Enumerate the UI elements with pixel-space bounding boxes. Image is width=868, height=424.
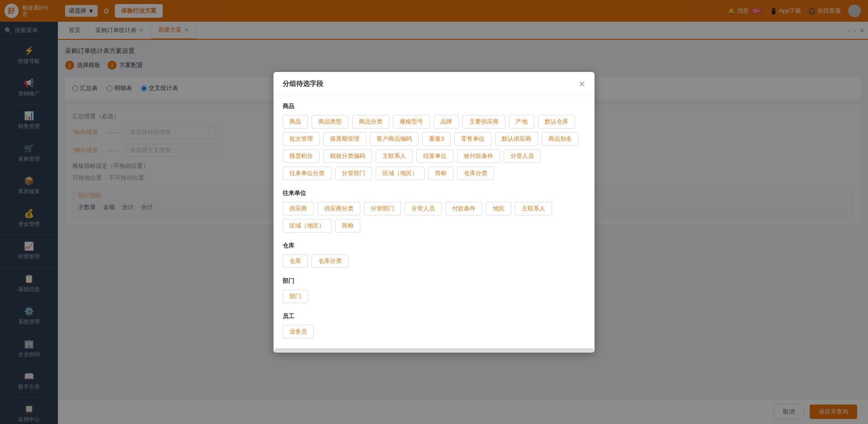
field-tag-品牌[interactable]: 品牌 xyxy=(434,115,459,129)
field-tag-拣货积分[interactable]: 拣货积分 xyxy=(283,149,320,163)
field-tag-区域（地区）[interactable]: 区域（地区） xyxy=(283,219,331,233)
section-employee-title: 员工 xyxy=(283,312,585,320)
field-tag-分管部门[interactable]: 分管部门 xyxy=(335,167,372,180)
field-tag-批次管理[interactable]: 批次管理 xyxy=(283,132,320,146)
modal-footer-scrollbar[interactable] xyxy=(274,348,594,353)
field-tag-默认供应商[interactable]: 默认供应商 xyxy=(495,132,538,146)
field-tag-主联系人[interactable]: 主联系人 xyxy=(376,149,413,163)
field-tag-部门[interactable]: 部门 xyxy=(283,290,308,303)
field-tag-分管部门[interactable]: 分管部门 xyxy=(364,202,401,215)
modal-dialog: 分组待选字段 ✕ 商品 商品商品类型商品分类规格型号品牌主要供应商产地默认仓库批… xyxy=(274,72,594,353)
field-tag-规格型号[interactable]: 规格型号 xyxy=(393,115,430,129)
modal-overlay: 分组待选字段 ✕ 商品 商品商品类型商品分类规格型号品牌主要供应商产地默认仓库批… xyxy=(0,0,868,424)
section-counterpart: 往来单位 供应商供应商分类分管部门分管人员付款条件地区主联系人区域（地区）简称 xyxy=(283,189,585,233)
field-tag-仓库分类[interactable]: 仓库分类 xyxy=(457,167,494,180)
field-tag-结算单位[interactable]: 结算单位 xyxy=(416,149,453,163)
field-tag-客户商品编码[interactable]: 客户商品编码 xyxy=(370,132,419,146)
modal-body[interactable]: 商品 商品商品类型商品分类规格型号品牌主要供应商产地默认仓库批次管理保质期管理客… xyxy=(274,95,594,348)
field-tag-往来单位分类[interactable]: 往来单位分类 xyxy=(283,167,331,180)
field-tag-仓库分类[interactable]: 仓库分类 xyxy=(311,254,349,268)
section-warehouse-title: 仓库 xyxy=(283,242,585,250)
section-employee-fields: 业务员 xyxy=(283,325,585,338)
section-department-title: 部门 xyxy=(283,277,585,285)
section-department: 部门 部门 xyxy=(283,277,585,303)
section-department-fields: 部门 xyxy=(283,290,585,303)
field-tag-分管人员[interactable]: 分管人员 xyxy=(405,202,442,215)
field-tag-业务员[interactable]: 业务员 xyxy=(283,325,314,338)
field-tag-商品[interactable]: 商品 xyxy=(283,115,308,129)
modal-header: 分组待选字段 ✕ xyxy=(274,72,594,95)
section-counterpart-fields: 供应商供应商分类分管部门分管人员付款条件地区主联系人区域（地区）简称 xyxy=(283,202,585,233)
field-tag-主要供应商[interactable]: 主要供应商 xyxy=(462,115,505,129)
section-product-title: 商品 xyxy=(283,102,585,110)
horizontal-scrollbar-thumb[interactable] xyxy=(274,348,594,352)
section-warehouse-fields: 仓库仓库分类 xyxy=(283,254,585,268)
field-tag-税收分类编码[interactable]: 税收分类编码 xyxy=(323,149,372,163)
field-tag-区域（地区）[interactable]: 区域（地区） xyxy=(376,167,425,180)
field-tag-产地[interactable]: 产地 xyxy=(509,115,534,129)
field-tag-简称[interactable]: 简称 xyxy=(335,219,360,233)
field-tag-零售单位[interactable]: 零售单位 xyxy=(454,132,491,146)
section-counterpart-title: 往来单位 xyxy=(283,189,585,197)
field-tag-商品别名[interactable]: 商品别名 xyxy=(542,132,579,146)
field-tag-主联系人[interactable]: 主联系人 xyxy=(515,202,552,215)
field-tag-商品分类[interactable]: 商品分类 xyxy=(352,115,389,129)
modal-close-icon[interactable]: ✕ xyxy=(579,79,585,89)
section-product-fields: 商品商品类型商品分类规格型号品牌主要供应商产地默认仓库批次管理保质期管理客户商品… xyxy=(283,115,585,180)
field-tag-默认仓库[interactable]: 默认仓库 xyxy=(538,115,575,129)
field-tag-重量3[interactable]: 重量3 xyxy=(422,132,451,146)
field-tag-仓库[interactable]: 仓库 xyxy=(283,254,308,268)
field-tag-供应商[interactable]: 供应商 xyxy=(283,202,314,215)
field-tag-分管人员[interactable]: 分管人员 xyxy=(504,149,541,163)
field-tag-简称[interactable]: 简称 xyxy=(428,167,453,180)
field-tag-收付款条件[interactable]: 收付款条件 xyxy=(457,149,500,163)
field-tag-商品类型[interactable]: 商品类型 xyxy=(311,115,349,129)
section-product: 商品 商品商品类型商品分类规格型号品牌主要供应商产地默认仓库批次管理保质期管理客… xyxy=(283,102,585,180)
section-warehouse: 仓库 仓库仓库分类 xyxy=(283,242,585,268)
field-tag-地区[interactable]: 地区 xyxy=(486,202,511,215)
modal-title: 分组待选字段 xyxy=(283,80,323,88)
field-tag-保质期管理[interactable]: 保质期管理 xyxy=(323,132,366,146)
field-tag-供应商分类[interactable]: 供应商分类 xyxy=(317,202,360,215)
field-tag-付款条件[interactable]: 付款条件 xyxy=(445,202,482,215)
section-employee: 员工 业务员 xyxy=(283,312,585,338)
